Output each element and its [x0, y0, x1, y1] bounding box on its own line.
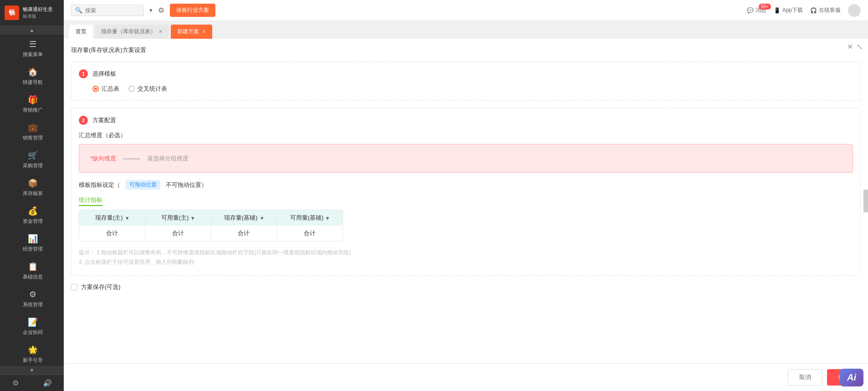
sidebar-item-label-marketing: 营销推广 — [23, 107, 43, 113]
stats-section: 统计指标 现存量(主) ▾ 可用量(主) ▾ 现存量(基辅) — [79, 196, 853, 242]
section2-header: 2 方案配置 — [79, 116, 853, 125]
stats-col-dropdown-3[interactable]: ▾ — [326, 215, 329, 221]
stats-col-name-1: 可用量(主) — [161, 214, 189, 222]
section-template-select: 1 选择模板 汇总表 交叉统计表 — [71, 62, 861, 101]
tab-inventory-status-label: 现存量（库存状况表） — [101, 28, 156, 36]
sidebar-item-label-inventory: 库存核算 — [23, 190, 43, 197]
tab-new-plan[interactable]: 新建方案 ✕ — [171, 25, 212, 39]
sidebar-item-label-contracts: 企业协同 — [23, 329, 43, 336]
template-radio-group: 汇总表 交叉统计表 — [92, 85, 853, 93]
dimension-arrow: —— — [123, 154, 140, 163]
expand-window-icon[interactable]: ⤡ — [857, 42, 863, 51]
search-menu-icon: ☰ — [29, 39, 36, 49]
stats-table: 现存量(主) ▾ 可用量(主) ▾ 现存量(基辅) ▾ 可用量(基辅) — [79, 210, 343, 242]
sidebar-item-quick-nav[interactable]: 🏠 快捷导航 — [0, 62, 64, 90]
sidebar-item-label-guide: 新手引导 — [23, 357, 43, 364]
sidebar-scroll-up[interactable]: ▲ — [0, 26, 64, 35]
cancel-button[interactable]: 取消 — [788, 369, 822, 386]
ai-badge[interactable]: Ai — [840, 369, 863, 386]
messages-badge-item[interactable]: 💬 消息 99+ — [747, 6, 766, 14]
radio-cross[interactable]: 交叉统计表 — [128, 85, 167, 93]
industry-plan-button[interactable]: 体验行业方案 — [170, 4, 215, 17]
draggable-tag: 可拖动位置 — [126, 180, 160, 190]
stats-table-header: 现存量(主) ▾ 可用量(主) ▾ 现存量(基辅) ▾ 可用量(基辅) — [79, 210, 342, 226]
tab-inventory-status[interactable]: 现存量（库存状况表） ✕ — [95, 25, 169, 39]
purchase-icon: 🛒 — [28, 150, 38, 160]
dimension-placeholder: 请选择分组维度 — [147, 154, 189, 163]
section1-title: 选择模板 — [92, 70, 116, 78]
dimension-box[interactable]: *纵向维度 —— 请选择分组维度 — [79, 144, 853, 173]
sidebar-item-purchase[interactable]: 🛒 采购管理 — [0, 146, 64, 174]
basic-info-icon: 📋 — [28, 262, 38, 272]
sidebar-item-sales[interactable]: 💼 销售管理 — [0, 118, 64, 146]
finance-icon: 💰 — [28, 206, 38, 216]
stats-col-header-0: 现存量(主) ▾ — [79, 210, 145, 226]
quick-nav-icon: 🏠 — [28, 67, 38, 77]
side-scroll-handle[interactable] — [863, 190, 868, 212]
non-draggable-tag: 不可拖动位置） — [166, 181, 207, 189]
stats-col-header-1: 可用量(主) ▾ — [145, 210, 211, 226]
stats-col-dropdown-1[interactable]: ▾ — [191, 215, 194, 221]
sidebar-item-marketing[interactable]: 🎁 营销推广 — [0, 90, 64, 118]
stats-label: 统计指标 — [79, 196, 102, 206]
tab-new-plan-close-icon[interactable]: ✕ — [202, 29, 206, 35]
stats-col-dropdown-0[interactable]: ▾ — [126, 215, 129, 221]
volume-footer-btn[interactable]: 🔊 — [43, 379, 52, 387]
stats-col-name-0: 现存量(主) — [95, 214, 123, 222]
tips-section: 提示： 1.拖动标题栏可以调整布局，不可跨维度或指标区域拖动栏目字段(只能在同一… — [79, 249, 853, 266]
dimension-required-label: 汇总维度（必选） — [79, 131, 853, 139]
stats-col-sub-2: 合计 — [238, 229, 250, 237]
topbar-dropdown[interactable]: ▾ — [149, 7, 153, 14]
sales-icon: 💼 — [28, 123, 38, 133]
sidebar-item-finance[interactable]: 💰 资金管理 — [0, 201, 64, 229]
topbar-left: 🔍 ▾ ⚙ 体验行业方案 — [71, 4, 215, 17]
tab-home[interactable]: 首页 — [69, 25, 93, 39]
stats-col-header-2: 现存量(基辅) ▾ — [211, 210, 277, 226]
dimension-required-star: *纵向维度 — [90, 154, 116, 163]
inventory-icon: 📦 — [28, 178, 38, 188]
sidebar-item-guide[interactable]: 🌟 新手引导 — [0, 340, 64, 366]
stats-col-sub-3: 合计 — [304, 229, 316, 237]
user-avatar[interactable] — [848, 4, 861, 17]
sidebar-item-operations[interactable]: 📊 经营管理 — [0, 229, 64, 257]
close-window-icon[interactable]: ✕ — [847, 42, 853, 51]
window-controls: ✕ ⤡ — [847, 42, 863, 51]
template-settings-row: 模板指标设定（ 可拖动位置 不可拖动位置） — [79, 180, 853, 190]
save-option-checkbox[interactable] — [71, 284, 77, 290]
sidebar: 畅 畅康通好生意 标准版 ▲ ☰ 搜索菜单 🏠 快捷导航 🎁 营销推广 💼 销售… — [0, 0, 64, 391]
search-box[interactable]: 🔍 — [71, 5, 144, 16]
tab-new-plan-label: 新建方案 — [177, 28, 199, 36]
radio-summary[interactable]: 汇总表 — [92, 85, 119, 93]
guide-icon: 🌟 — [28, 345, 38, 355]
section2-number: 2 — [79, 116, 88, 125]
sidebar-item-search[interactable]: ☰ 搜索菜单 — [0, 35, 64, 62]
stats-col-dropdown-2[interactable]: ▾ — [260, 215, 264, 221]
sidebar-item-system[interactable]: ⚙ 系统管理 — [0, 285, 64, 313]
marketing-icon: 🎁 — [28, 95, 38, 105]
topbar-gear-icon[interactable]: ⚙ — [158, 6, 164, 15]
stats-col-name-2: 现存量(基辅) — [224, 214, 258, 222]
sidebar-item-basic-info[interactable]: 📋 基础信息 — [0, 257, 64, 285]
tabbar: 首页 现存量（库存状况表） ✕ 新建方案 ✕ — [64, 21, 868, 39]
topbar-right: 💬 消息 99+ 📱 App下载 🎧 在线客服 — [747, 4, 861, 17]
search-input[interactable] — [85, 7, 140, 14]
sidebar-item-label-search: 搜索菜单 — [23, 51, 43, 58]
tab-inventory-close-icon[interactable]: ✕ — [158, 29, 163, 35]
sidebar-logo: 畅 畅康通好生意 标准版 — [0, 0, 64, 26]
save-option-row: 方案保存(可选) — [71, 283, 861, 291]
sidebar-item-label-quick-nav: 快捷导航 — [23, 79, 43, 86]
sidebar-item-label-operations: 经营管理 — [23, 246, 43, 252]
radio-summary-dot — [92, 86, 99, 92]
template-settings-label: 模板指标设定（ — [79, 181, 120, 189]
app-download-item[interactable]: 📱 App下载 — [774, 6, 803, 14]
sidebar-item-contracts[interactable]: 📝 企业协同 — [0, 313, 64, 340]
online-service-item[interactable]: 🎧 在线客服 — [810, 6, 841, 14]
contracts-icon: 📝 — [28, 317, 38, 327]
tip-1: 提示： 1.拖动标题栏可以调整布局，不可跨维度或指标区域拖动栏目字段(只能在同一… — [79, 249, 853, 257]
sidebar-item-inventory[interactable]: 📦 库存核算 — [0, 174, 64, 201]
message-icon: 💬 — [747, 7, 754, 14]
settings-footer-btn[interactable]: ⚙ — [12, 379, 19, 387]
sidebar-scroll-down[interactable]: ▼ — [0, 366, 64, 375]
logo-icon: 畅 — [5, 5, 19, 20]
radio-cross-dot — [128, 86, 135, 92]
